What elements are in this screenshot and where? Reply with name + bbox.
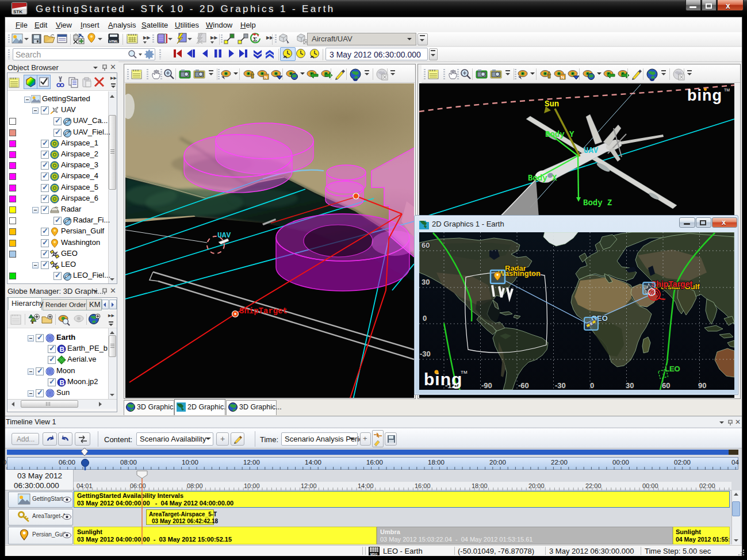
svg-text:-90: -90 <box>481 381 492 390</box>
svg-text:TM: TM <box>724 88 730 92</box>
svg-text:Σ: Σ <box>253 36 257 43</box>
svg-text:B: B <box>60 379 65 387</box>
svg-text:ShipTarget: ShipTarget <box>651 279 692 289</box>
svg-text:STK: STK <box>13 9 22 14</box>
svg-text:ShipTarget: ShipTarget <box>239 306 288 316</box>
svg-text:LEO: LEO <box>665 365 680 373</box>
svg-text:60: 60 <box>662 381 670 390</box>
svg-text:UAV: UAV <box>217 231 231 240</box>
svg-text:Body Z: Body Z <box>583 198 612 208</box>
svg-text:-30: -30 <box>555 381 566 390</box>
svg-text:MSG: MSG <box>370 553 378 556</box>
svg-text:30: 30 <box>626 381 634 390</box>
svg-text:HTML: HTML <box>109 40 118 43</box>
svg-text:-60: -60 <box>518 381 529 390</box>
svg-text:B: B <box>60 346 65 354</box>
svg-text:N: N <box>561 75 565 80</box>
svg-text:0: 0 <box>590 381 594 390</box>
svg-text:0: 0 <box>423 314 427 323</box>
svg-text:60: 60 <box>422 241 430 250</box>
svg-text:90: 90 <box>698 381 706 390</box>
svg-text:Body Y: Body Y <box>545 130 574 139</box>
svg-text:Body X: Body X <box>528 174 557 183</box>
svg-text:bing: bing <box>424 370 462 389</box>
svg-text:30: 30 <box>422 278 430 286</box>
svg-text:Sun: Sun <box>545 99 559 109</box>
svg-text:-30: -30 <box>420 350 431 358</box>
svg-text:TM: TM <box>461 370 468 375</box>
svg-text:UAV: UAV <box>584 146 599 155</box>
svg-text:N: N <box>265 75 268 80</box>
